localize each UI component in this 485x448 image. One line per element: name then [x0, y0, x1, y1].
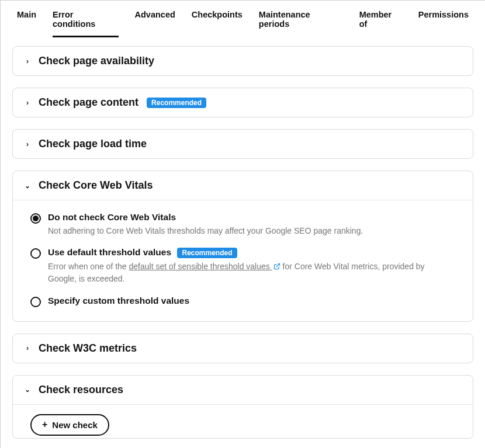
panel-header-resources[interactable]: ⌄ Check resources: [13, 376, 473, 404]
panel-title: Check Core Web Vitals: [39, 179, 153, 192]
panel-header-loadtime[interactable]: › Check page load time: [13, 130, 473, 158]
new-check-button[interactable]: + New check: [30, 414, 109, 436]
panel-availability: › Check page availability: [12, 46, 473, 76]
tab-permissions[interactable]: Permissions: [418, 6, 469, 37]
tab-main[interactable]: Main: [17, 6, 36, 37]
radio-description: Not adhering to Core Web Vitals threshol…: [48, 225, 455, 237]
chevron-down-icon: ⌄: [25, 182, 30, 190]
radio-option-default-threshold[interactable]: Use default threshold values Recommended…: [30, 247, 455, 284]
default-threshold-link[interactable]: default set of sensible threshold values: [129, 262, 280, 271]
svg-line-0: [276, 264, 280, 268]
panel-header-content[interactable]: › Check page content Recommended: [13, 88, 473, 117]
button-label: New check: [52, 420, 98, 430]
tab-checkpoints[interactable]: Checkpoints: [192, 6, 243, 37]
tab-bar: Main Error conditions Advanced Checkpoin…: [1, 1, 485, 38]
panel-body-resources: + New check: [13, 404, 473, 438]
chevron-right-icon: ›: [25, 140, 30, 148]
panel-title: Check page load time: [39, 138, 147, 150]
panel-title: Check W3C metrics: [39, 342, 137, 355]
panel-title: Check page availability: [39, 55, 154, 67]
tab-advanced[interactable]: Advanced: [135, 6, 175, 37]
panel-header-w3c[interactable]: › Check W3C metrics: [13, 334, 473, 363]
panel-resources: ⌄ Check resources + New check: [12, 375, 473, 439]
chevron-right-icon: ›: [25, 57, 30, 65]
radio-label: Specify custom threshold values: [48, 296, 189, 305]
tab-error-conditions[interactable]: Error conditions: [53, 6, 118, 37]
panel-content: › Check page content Recommended: [12, 88, 473, 117]
chevron-down-icon: ⌄: [25, 386, 30, 394]
external-link-icon: [273, 261, 280, 273]
panel-header-availability[interactable]: › Check page availability: [13, 47, 473, 75]
radio-input[interactable]: [30, 297, 41, 307]
chevron-right-icon: ›: [25, 99, 30, 107]
tab-member-of[interactable]: Member of: [359, 6, 402, 37]
panel-title: Check page content: [39, 96, 138, 109]
radio-option-custom-threshold[interactable]: Specify custom threshold values: [30, 296, 455, 307]
radio-input[interactable]: [30, 248, 41, 259]
panel-body-cwv: Do not check Core Web Vitals Not adherin…: [13, 200, 473, 321]
panel-loadtime: › Check page load time: [12, 129, 473, 159]
desc-text: Error when one of the: [48, 262, 129, 271]
radio-input[interactable]: [30, 213, 41, 224]
panel-title: Check resources: [39, 384, 123, 396]
panel-header-cwv[interactable]: ⌄ Check Core Web Vitals: [13, 171, 473, 200]
radio-label: Do not check Core Web Vitals: [48, 212, 176, 222]
panel-w3c-metrics: › Check W3C metrics: [12, 334, 473, 363]
plus-icon: +: [42, 420, 47, 429]
recommended-badge: Recommended: [147, 98, 206, 108]
recommended-badge: Recommended: [177, 248, 237, 258]
radio-option-do-not-check[interactable]: Do not check Core Web Vitals Not adherin…: [30, 212, 455, 237]
radio-label: Use default threshold values: [48, 247, 171, 257]
panel-core-web-vitals: ⌄ Check Core Web Vitals Do not check Cor…: [12, 171, 473, 322]
tab-maintenance-periods[interactable]: Maintenance periods: [259, 6, 343, 37]
chevron-right-icon: ›: [25, 344, 30, 352]
radio-description: Error when one of the default set of sen…: [48, 261, 455, 285]
